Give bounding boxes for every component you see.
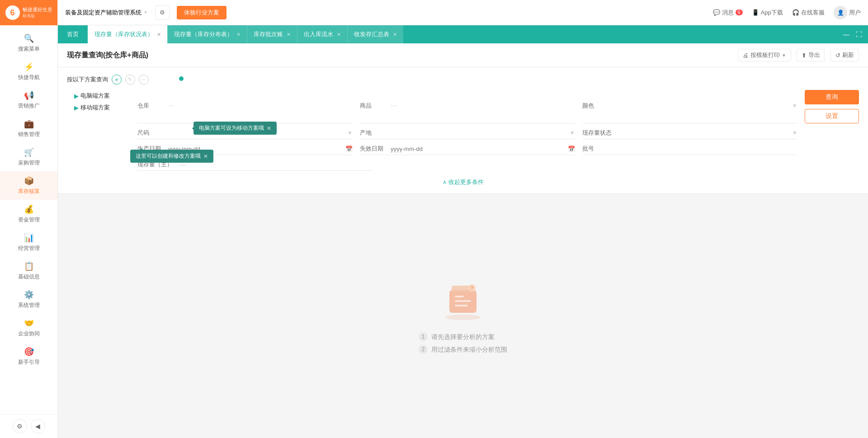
- color-field: 颜色 ▼: [582, 90, 797, 123]
- tab-close-icon[interactable]: ✕: [393, 32, 397, 38]
- empty-tip-1: 1 请先选择要分析的方案: [419, 330, 507, 343]
- logo-title: 畅捷通好生意: [23, 6, 52, 13]
- warehouse-field: 仓库 ···: [137, 90, 353, 123]
- sidebar-item-sales[interactable]: 💼 销售管理: [0, 114, 57, 143]
- page-header: 现存量查询(按仓库+商品) 🖨 按模板打印 ▼ ⬆ 导出 ↺ 刷新: [58, 43, 868, 67]
- sidebar-item-guide[interactable]: 🎯 新手引导: [0, 342, 57, 371]
- sidebar-item-nav[interactable]: ⚡ 快捷导航: [0, 57, 57, 86]
- tab-minimize-btn[interactable]: —: [841, 29, 852, 40]
- sidebar-menu: 🔍 搜索菜单 ⚡ 快捷导航 📢 营销推广 💼 销售管理 🛒 采购管理 📦 库存核…: [0, 25, 57, 414]
- tooltip-close-icon[interactable]: ✕: [267, 125, 271, 132]
- user-label: 用户: [849, 9, 861, 17]
- scheme-tooltip: 电脑方案可设为移动方案哦 ✕: [193, 122, 277, 135]
- batch-no-input[interactable]: [613, 146, 797, 152]
- support-item[interactable]: 🎧 在线客服: [792, 9, 825, 17]
- sidebar-item-label: 系统管理: [18, 301, 40, 309]
- sidebar-item-purchase[interactable]: 🛒 采购管理: [0, 143, 57, 171]
- mobile-scheme-item[interactable]: ▶ 移动端方案: [67, 102, 130, 113]
- export-label: 导出: [808, 51, 820, 59]
- sidebar-item-operations[interactable]: 📊 经营管理: [0, 228, 57, 257]
- connector-dot: [179, 76, 184, 81]
- add-scheme-btn[interactable]: +: [112, 75, 122, 85]
- tooltip2-close-icon[interactable]: ✕: [203, 153, 208, 160]
- sidebar-item-search[interactable]: 🔍 搜索菜单: [0, 29, 57, 57]
- tab-inout-flow[interactable]: 出入库流水 ✕: [297, 25, 347, 43]
- gear-icon: ⚙: [160, 9, 165, 16]
- expiry-date-input[interactable]: [391, 146, 564, 152]
- tab-label: 现存量（库存状况表）: [94, 30, 153, 38]
- clipboard-icon: 📋: [24, 261, 34, 271]
- chevron-up-icon: ∧: [443, 179, 447, 185]
- app-download-item[interactable]: 📱 App下载: [752, 9, 783, 17]
- system-settings-btn[interactable]: ⚙: [155, 5, 170, 20]
- logo-icon: 6: [5, 5, 20, 20]
- reset-button[interactable]: 设置: [805, 109, 859, 123]
- tab-batch[interactable]: 库存批次账 ✕: [247, 25, 297, 43]
- sidebar-item-label: 企业协同: [18, 330, 40, 338]
- tab-close-icon[interactable]: ✕: [236, 32, 241, 38]
- money-icon: 💰: [24, 204, 34, 214]
- size-label: 尺码: [137, 129, 165, 137]
- tab-home[interactable]: 首页: [58, 25, 88, 43]
- system-title: 装备及固定资产辅助管理系统: [65, 9, 142, 17]
- collapse-btn[interactable]: ◀: [31, 419, 45, 433]
- calendar-icon[interactable]: 📅: [345, 146, 353, 152]
- tab-inventory-dist[interactable]: 现存量（库存分布表） ✕: [167, 25, 247, 43]
- page-content: 现存量查询(按仓库+商品) 🖨 按模板打印 ▼ ⬆ 导出 ↺ 刷新: [58, 43, 868, 438]
- export-icon: ⬆: [802, 52, 807, 59]
- refresh-button[interactable]: ↺ 刷新: [830, 49, 859, 61]
- tab-close-icon[interactable]: ✕: [337, 32, 341, 38]
- sidebar-item-cooperation[interactable]: 🤝 企业协同: [0, 314, 57, 342]
- tip-text-2: 用过滤条件来缩小分析范围: [431, 343, 507, 356]
- stock-status-select-icon[interactable]: ▼: [792, 130, 797, 136]
- calendar-icon2[interactable]: 📅: [568, 146, 575, 152]
- sidebar-item-label: 营销推广: [18, 102, 40, 110]
- gear-icon: ⚙️: [24, 290, 34, 300]
- edit-scheme-btn[interactable]: ✎: [125, 75, 135, 85]
- filter-label: 按以下方案查询: [67, 75, 108, 84]
- sidebar-item-label: 采购管理: [18, 159, 40, 167]
- handshake-icon: 🤝: [24, 318, 34, 328]
- tip-number-1: 1: [419, 332, 428, 341]
- tab-close-icon[interactable]: ✕: [287, 32, 291, 38]
- back-btn[interactable]: ←: [139, 75, 149, 85]
- tab-inventory-status[interactable]: 现存量（库存状况表） ✕: [88, 25, 167, 43]
- user-item[interactable]: 👤 用户: [834, 6, 861, 19]
- tab-summary[interactable]: 收发存汇总表 ✕: [347, 25, 403, 43]
- sidebar-item-system[interactable]: ⚙️ 系统管理: [0, 285, 57, 314]
- sidebar-item-marketing[interactable]: 📢 营销推广: [0, 86, 57, 114]
- size-select-icon[interactable]: ▼: [347, 130, 353, 136]
- query-button[interactable]: 查询: [805, 90, 859, 104]
- top-header: 装备及固定资产辅助管理系统 ▼ ⚙ 体验行业方案 💬 消息 6 📱 App下载 …: [58, 0, 868, 25]
- export-button[interactable]: ⬆ 导出: [797, 49, 825, 61]
- empty-illustration: ?: [436, 277, 490, 323]
- pc-scheme-item[interactable]: ▶ 电脑端方案: [67, 90, 130, 102]
- print-button[interactable]: 🖨 按模板打印 ▼: [738, 49, 791, 61]
- messages-item[interactable]: 💬 消息 6: [713, 9, 743, 17]
- color-select-icon[interactable]: ▼: [792, 103, 797, 109]
- chart-icon: 📊: [24, 233, 34, 243]
- tab-close-icon[interactable]: ✕: [157, 32, 161, 38]
- sidebar-item-finance[interactable]: 💰 资金管理: [0, 200, 57, 228]
- collapse-conditions-btn[interactable]: ∧ 收起更多条件: [67, 178, 859, 186]
- trial-button[interactable]: 体验行业方案: [177, 6, 226, 19]
- tab-maximize-btn[interactable]: ⛶: [854, 29, 864, 40]
- system-title-dropdown[interactable]: 装备及固定资产辅助管理系统 ▼: [65, 9, 148, 17]
- sidebar-item-basics[interactable]: 📋 基础信息: [0, 257, 57, 285]
- origin-select-icon[interactable]: ▼: [570, 130, 575, 136]
- warehouse-dots[interactable]: ···: [168, 102, 174, 110]
- goods-dots[interactable]: ···: [391, 102, 396, 110]
- empty-state: ? 1 请先选择要分析的方案 2 用过滤条件来缩小分析范围: [58, 194, 868, 438]
- sidebar-item-label: 资金管理: [18, 216, 40, 224]
- tab-bar: 首页 现存量（库存状况表） ✕ 现存量（库存分布表） ✕ 库存批次账 ✕ 出入库…: [58, 25, 868, 43]
- stock-main-input[interactable]: [193, 161, 373, 168]
- page-title: 现存量查询(按仓库+商品): [67, 51, 148, 60]
- origin-field: 产地 ▼: [360, 129, 575, 139]
- tab-label: 现存量（库存分布表）: [174, 30, 233, 38]
- tip-text-1: 请先选择要分析的方案: [431, 330, 495, 343]
- sidebar-item-inventory[interactable]: 📦 库存核算: [0, 171, 57, 200]
- chevron-down-icon: ▼: [782, 53, 786, 58]
- svg-rect-5: [455, 305, 467, 306]
- briefcase-icon: 💼: [24, 119, 34, 129]
- settings-btn[interactable]: ⚙: [13, 419, 27, 433]
